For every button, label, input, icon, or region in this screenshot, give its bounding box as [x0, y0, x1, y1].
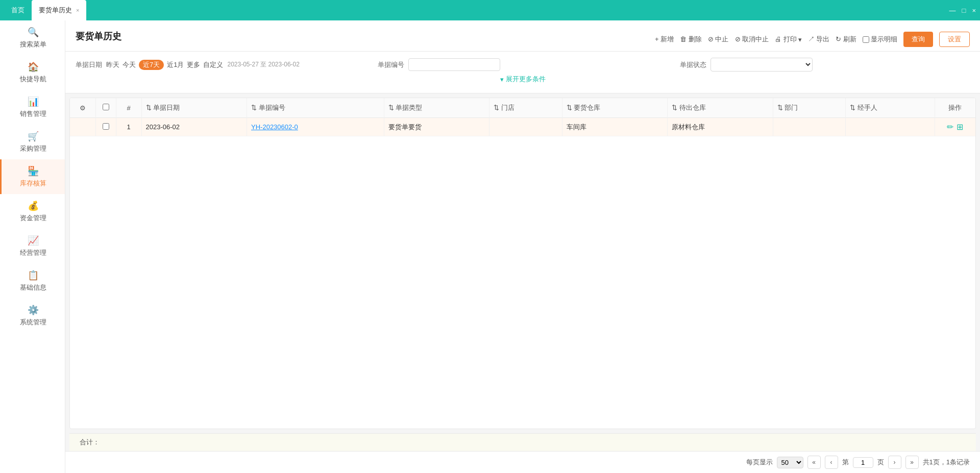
shortcut-7days[interactable]: 近7天 [139, 60, 164, 70]
sidebar-item-basic[interactable]: 📋 基础信息 [0, 264, 65, 298]
show-detail-input[interactable] [863, 36, 869, 43]
sort-store-icon[interactable]: ⇅ [494, 104, 499, 111]
sidebar-item-purchase[interactable]: 🛒 采购管理 [0, 125, 65, 159]
per-page-label: 每页显示 [746, 458, 773, 467]
status-select[interactable] [710, 58, 813, 72]
row-select-checkbox[interactable] [103, 123, 109, 130]
print-btn[interactable]: 🖨 打印 ▾ [775, 35, 802, 44]
new-btn[interactable]: + 新增 [655, 35, 674, 44]
page-header: 要货单历史 + 新增 🗑 删除 ⊘ 中止 ⊘ 取消中止 🖨 打印 ▾ ↗ 导出 … [65, 20, 980, 52]
sidebar-label-basic: 基础信息 [20, 283, 46, 292]
expand-more-icon: ▾ [500, 76, 504, 83]
window-minimize-btn[interactable]: — [949, 7, 956, 14]
date-filter-group: 单据日期 昨天 今天 近7天 近1月 更多 自定义 2023-05-27 至 2… [76, 60, 365, 70]
table-header: ⚙ # ⇅ 单据日期 ⇅ 单据编号 [70, 98, 975, 118]
shortcut-yesterday[interactable]: 昨天 [106, 60, 119, 69]
col-handler: ⇅ 经手人 [846, 98, 935, 118]
print-label: 🖨 打印 [775, 35, 797, 44]
expand-more-label: 展开更多条件 [506, 75, 546, 84]
col-action: 操作 [935, 98, 975, 118]
summary-label: 合计： [80, 438, 100, 446]
sidebar-item-quick[interactable]: 🏠 快捷导航 [0, 55, 65, 90]
sort-handler-icon[interactable]: ⇅ [850, 104, 855, 111]
page-label-before: 第 [842, 458, 849, 467]
status-filter-group: 单据状态 [680, 58, 970, 72]
row-handler [846, 118, 935, 136]
row-checkbox [95, 118, 116, 136]
export-btn[interactable]: ↗ 导出 [808, 35, 830, 44]
sort-from-icon[interactable]: ⇅ [567, 104, 572, 111]
shortcut-custom[interactable]: 自定义 [203, 60, 223, 69]
sidebar-item-finance[interactable]: 💰 资金管理 [0, 194, 65, 229]
sort-to-icon[interactable]: ⇅ [672, 104, 677, 111]
window-maximize-btn[interactable]: □ [962, 7, 966, 14]
row-edit-icon[interactable]: ✏ [947, 122, 953, 132]
col-settings[interactable]: ⚙ [70, 98, 95, 118]
sidebar-item-system[interactable]: ⚙️ 系统管理 [0, 298, 65, 333]
sidebar-label-inventory: 库存核算 [20, 179, 46, 188]
row-settings [70, 118, 95, 136]
top-bar: 首页 要货单历史 × — □ × [0, 0, 980, 20]
per-page-select[interactable]: 50 100 [777, 457, 803, 468]
purchase-icon: 🛒 [28, 131, 39, 142]
expand-more-btn[interactable]: ▾ 展开更多条件 [76, 72, 970, 87]
table-area: ⚙ # ⇅ 单据日期 ⇅ 单据编号 [69, 98, 976, 429]
sidebar-label-sales: 销售管理 [20, 109, 46, 119]
tab-home[interactable]: 首页 [4, 0, 32, 20]
sort-billno-icon[interactable]: ⇅ [251, 104, 257, 111]
sort-dept-icon[interactable]: ⇅ [777, 104, 783, 111]
content-area: 要货单历史 + 新增 🗑 删除 ⊘ 中止 ⊘ 取消中止 🖨 打印 ▾ ↗ 导出 … [65, 20, 980, 473]
col-billtype: ⇅ 单据类型 [384, 98, 489, 118]
delete-btn[interactable]: 🗑 删除 [680, 35, 702, 44]
sidebar: 🔍 搜索菜单 🏠 快捷导航 📊 销售管理 🛒 采购管理 🏪 库存核算 💰 资金管… [0, 20, 65, 473]
inventory-icon: 🏪 [28, 165, 39, 177]
tab-history[interactable]: 要货单历史 × [32, 0, 86, 20]
row-detail-icon[interactable]: ⊞ [957, 122, 963, 132]
cancel-stop-btn[interactable]: ⊘ 取消中止 [735, 35, 769, 44]
billno-filter-group: 单据编号 [378, 58, 668, 71]
row-billtype: 要货单要货 [384, 118, 489, 136]
page-input[interactable] [853, 457, 873, 468]
show-detail-checkbox[interactable]: 显示明细 [863, 35, 897, 44]
row-store [489, 118, 562, 136]
print-dropdown-icon[interactable]: ▾ [798, 36, 802, 43]
select-all-checkbox[interactable] [103, 104, 109, 110]
shortcut-more[interactable]: 更多 [187, 60, 200, 69]
row-no: 1 [116, 118, 141, 136]
billno-input[interactable] [408, 58, 500, 71]
sidebar-label-operation: 经营管理 [20, 248, 46, 257]
refresh-btn[interactable]: ↻ 刷新 [836, 35, 856, 44]
main-layout: 🔍 搜索菜单 🏠 快捷导航 📊 销售管理 🛒 采购管理 🏪 库存核算 💰 资金管… [0, 20, 980, 473]
prev-page-btn[interactable]: ‹ [825, 456, 838, 469]
window-close-btn[interactable]: × [972, 7, 976, 14]
sort-billtype-icon[interactable]: ⇅ [388, 104, 394, 111]
shortcut-today[interactable]: 今天 [122, 60, 136, 69]
sort-date-icon[interactable]: ⇅ [146, 104, 152, 111]
row-billno-link[interactable]: YH-20230602-0 [251, 123, 298, 131]
shortcut-1month[interactable]: 近1月 [167, 60, 184, 69]
table-footer: 合计： [69, 433, 976, 451]
sidebar-item-sales[interactable]: 📊 销售管理 [0, 90, 65, 125]
settings-btn[interactable]: 设置 [939, 32, 970, 47]
row-from-warehouse: 车间库 [562, 118, 668, 136]
col-store: ⇅ 门店 [489, 98, 562, 118]
total-info: 共1页，1条记录 [923, 458, 970, 467]
sidebar-item-operation[interactable]: 📈 经营管理 [0, 229, 65, 264]
stop-btn[interactable]: ⊘ 中止 [708, 35, 729, 44]
next-page-btn[interactable]: › [888, 456, 901, 469]
last-page-btn[interactable]: » [905, 456, 919, 469]
pagination-bar: 每页显示 50 100 « ‹ 第 页 › » 共1页，1条记录 [65, 451, 980, 473]
col-from-warehouse: ⇅ 要货仓库 [562, 98, 668, 118]
page-title: 要货单历史 [76, 30, 121, 42]
first-page-btn[interactable]: « [807, 456, 821, 469]
sidebar-item-inventory[interactable]: 🏪 库存核算 [0, 159, 65, 194]
tab-close-icon[interactable]: × [76, 7, 79, 13]
sidebar-label-finance: 资金管理 [20, 214, 46, 223]
row-billno: YH-20230602-0 [247, 118, 384, 136]
filter-area: 单据日期 昨天 今天 近7天 近1月 更多 自定义 2023-05-27 至 2… [65, 52, 980, 93]
sidebar-label-quick: 快捷导航 [20, 75, 46, 84]
query-btn[interactable]: 查询 [903, 32, 933, 47]
sidebar-item-search[interactable]: 🔍 搜索菜单 [0, 20, 65, 55]
table-row: 1 2023-06-02 YH-20230602-0 要货单要货 车间库 原材料… [70, 118, 975, 136]
billno-label: 单据编号 [378, 60, 404, 69]
